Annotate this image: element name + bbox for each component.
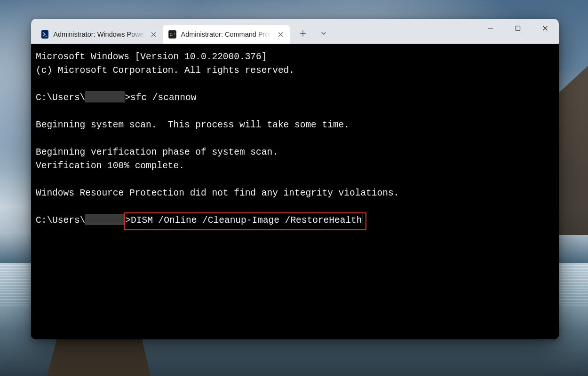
prompt-line-2: C:\Users\>DISM /Online /Cleanup-Image /R… — [36, 215, 364, 226]
tab-close-button[interactable] — [276, 29, 285, 39]
redacted-username — [85, 214, 125, 225]
plus-icon — [300, 30, 306, 37]
command-dism: DISM /Online /Cleanup-Image /RestoreHeal… — [131, 215, 362, 226]
window-controls — [477, 19, 559, 44]
titlebar: Administrator: Windows PowerShell C:\ Ad… — [31, 19, 559, 44]
command-prompt-icon: C:\ — [168, 30, 176, 39]
text-caret — [363, 214, 364, 225]
tab-powershell[interactable]: Administrator: Windows PowerShell — [36, 25, 163, 44]
verify-begin-line: Beginning verification phase of system s… — [36, 147, 278, 157]
minimize-button[interactable] — [477, 19, 504, 38]
tab-title: Administrator: Windows PowerShell — [53, 31, 144, 38]
tab-actions — [290, 19, 334, 44]
tab-command-prompt[interactable]: C:\ Administrator: Command Prompt — [163, 25, 290, 44]
svg-text:C:\: C:\ — [170, 32, 175, 37]
tab-title: Administrator: Command Prompt — [181, 31, 271, 38]
powershell-icon — [41, 30, 48, 39]
highlighted-command: >DISM /Online /Cleanup-Image /RestoreHea… — [124, 212, 366, 230]
command-sfc: sfc /scannow — [130, 93, 196, 103]
tab-strip: Administrator: Windows PowerShell C:\ Ad… — [31, 19, 290, 44]
redacted-username — [85, 91, 125, 102]
prompt-prefix: C:\Users\ — [36, 93, 85, 103]
banner-copyright: (c) Microsoft Corporation. All rights re… — [36, 65, 294, 76]
prompt-line-1: C:\Users\>sfc /scannow — [36, 93, 196, 103]
terminal-window: Administrator: Windows PowerShell C:\ Ad… — [31, 19, 559, 339]
close-icon — [542, 25, 548, 31]
close-icon — [151, 32, 156, 37]
minimize-icon — [488, 25, 493, 31]
maximize-button[interactable] — [504, 19, 532, 38]
svg-rect-3 — [516, 26, 520, 31]
verify-done-line: Verification 100% complete. — [36, 161, 184, 171]
close-window-button[interactable] — [532, 19, 559, 38]
banner-version: Microsoft Windows [Version 10.0.22000.37… — [36, 52, 267, 62]
maximize-icon — [515, 25, 521, 31]
chevron-down-icon — [320, 30, 327, 37]
prompt-suffix: > — [125, 93, 130, 103]
result-line: Windows Resource Protection did not find… — [36, 188, 399, 198]
prompt-suffix: > — [125, 215, 131, 226]
tab-close-button[interactable] — [149, 29, 158, 39]
new-tab-button[interactable] — [293, 24, 313, 42]
tab-dropdown-button[interactable] — [313, 24, 334, 42]
scan-begin-line: Beginning system scan. This process will… — [36, 120, 350, 130]
prompt-prefix: C:\Users\ — [36, 215, 85, 226]
close-icon — [278, 32, 283, 37]
terminal-output[interactable]: Microsoft Windows [Version 10.0.22000.37… — [31, 44, 559, 339]
